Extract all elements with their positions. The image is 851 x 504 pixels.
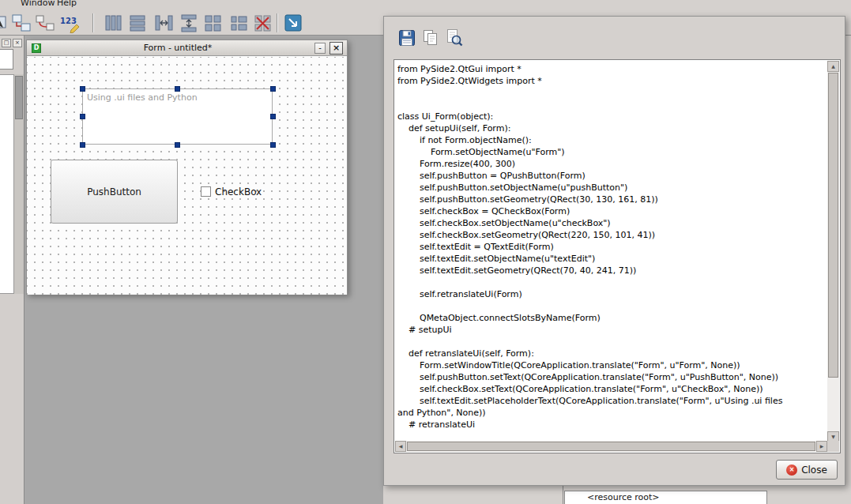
scroll-right-button[interactable]: ▶	[816, 441, 827, 452]
preview-button[interactable]	[444, 28, 465, 48]
code-line: self.checkBox.setText(QCoreApplication.t…	[397, 384, 824, 396]
edit-widgets-icon	[0, 13, 10, 33]
layout-vertical-icon	[127, 13, 148, 33]
edit-widgets-button[interactable]	[0, 12, 11, 34]
edit-tab-order-icon: 123	[58, 13, 82, 33]
resource-root-item[interactable]: <resource root>	[564, 491, 767, 504]
form-window-icon: D	[32, 43, 41, 53]
checkbox-label: CheckBox	[215, 186, 262, 197]
form-window-titlebar[interactable]: D Form - untitled* - ×	[27, 40, 347, 56]
form-canvas[interactable]: Using .ui files and Python PushButton Ch…	[27, 57, 347, 295]
checkbox-indicator[interactable]	[201, 186, 211, 197]
form-minimize-button[interactable]: -	[314, 43, 326, 54]
edit-signals-slots-icon	[11, 13, 32, 33]
code-line: self.checkBox.setObjectName(u"checkBox")	[397, 218, 824, 230]
code-line: if not Form.objectName():	[397, 135, 824, 147]
toolbar-separator	[277, 13, 278, 32]
code-line: Form.setWindowTitle(QCoreApplication.tra…	[397, 360, 824, 372]
selection-handle[interactable]	[270, 142, 276, 148]
selection-handle[interactable]	[80, 114, 85, 119]
code-line: self.pushButton.setObjectName(u"pushButt…	[397, 182, 824, 194]
widget-list[interactable]	[0, 74, 14, 294]
code-line: self.checkBox = QCheckBox(Form)	[397, 206, 824, 218]
selection-handle[interactable]	[80, 86, 85, 92]
scroll-up-button[interactable]: ▲	[827, 61, 839, 72]
close-dialog-button[interactable]: × Close	[776, 460, 838, 480]
right-dock-strip	[845, 36, 851, 504]
code-line: def setupUi(self, Form):	[397, 123, 824, 135]
layout-horizontal-splitter-button[interactable]	[153, 12, 175, 34]
horizontal-scrollbar[interactable]: ◀ ▶	[395, 441, 827, 452]
selection-handle[interactable]	[270, 86, 276, 92]
layout-vertically-button[interactable]	[126, 12, 149, 34]
code-text[interactable]: from PySide2.QtGui import *from PySide2.…	[394, 60, 827, 435]
layout-grid-button[interactable]	[201, 12, 224, 34]
code-line: self.textEdit.setObjectName(u"textEdit")	[397, 254, 824, 265]
code-line: self.pushButton.setText(QCoreApplication…	[397, 372, 824, 384]
copy-button[interactable]	[420, 28, 441, 48]
selection-handle[interactable]	[80, 142, 85, 148]
menu-help[interactable]: Help	[57, 0, 77, 7]
toolbar-separator	[92, 13, 94, 32]
scrollbar-thumb[interactable]	[828, 73, 838, 378]
code-line: self.textEdit.setGeometry(QRect(70, 40, …	[397, 265, 824, 277]
dock-close-button[interactable]: ×	[13, 39, 22, 47]
widget-filter-input[interactable]	[0, 49, 13, 70]
layout-vertical-splitter-button[interactable]	[178, 12, 200, 34]
code-line: self.pushButton = QPushButton(Form)	[397, 171, 824, 182]
edit-buddies-button[interactable]	[34, 12, 56, 34]
layout-form-button[interactable]	[228, 12, 250, 34]
magnifier-icon	[445, 28, 464, 47]
scrollbar-thumb[interactable]	[15, 76, 23, 119]
selection-handle[interactable]	[175, 86, 180, 92]
widget-list-scrollbar[interactable]	[14, 74, 24, 294]
code-line: class Ui_Form(object):	[397, 111, 824, 123]
edit-tab-order-button[interactable]: 123	[58, 12, 83, 34]
menubar: Window Help	[0, 0, 851, 7]
checkbox-widget[interactable]: CheckBox	[201, 175, 281, 208]
selection-handle[interactable]	[175, 142, 180, 148]
code-line	[397, 88, 824, 100]
code-line: # retranslateUi	[397, 419, 824, 431]
code-line: # setupUi	[397, 325, 824, 337]
code-line	[397, 100, 824, 111]
form-window-title: Form - untitled*	[41, 43, 314, 53]
code-line: self.textEdit.setPlaceholderText(QCoreAp…	[397, 396, 824, 408]
close-icon: ×	[786, 465, 797, 476]
form-close-button[interactable]: ×	[329, 42, 343, 55]
tab-order-label: 123	[60, 17, 77, 25]
code-line: self.checkBox.setGeometry(QRect(220, 150…	[397, 230, 824, 242]
code-line: QMetaObject.connectSlotsByName(Form)	[397, 313, 824, 325]
selection-handle[interactable]	[270, 114, 276, 119]
layout-grid-icon	[202, 13, 223, 33]
save-button[interactable]	[397, 28, 417, 48]
adjust-size-icon	[283, 13, 303, 33]
code-line: self.textEdit = QTextEdit(Form)	[397, 242, 824, 254]
code-line: def retranslateUi(self, Form):	[397, 348, 824, 360]
code-line	[397, 337, 824, 348]
view-code-dialog: from PySide2.QtGui import *from PySide2.…	[383, 16, 845, 486]
edit-signals-slots-button[interactable]	[10, 12, 32, 34]
scroll-left-button[interactable]: ◀	[395, 441, 406, 452]
scrollbar-thumb[interactable]	[407, 442, 815, 451]
break-layout-button[interactable]	[251, 12, 273, 34]
layout-horizontal-icon	[103, 13, 123, 33]
dock-float-button[interactable]: □	[2, 39, 11, 47]
adjust-size-button[interactable]	[282, 12, 304, 34]
code-line: and Python", None))	[397, 408, 824, 419]
layout-form-icon	[228, 13, 249, 33]
textedit-widget[interactable]: Using .ui files and Python	[82, 88, 273, 145]
code-line	[397, 301, 824, 313]
pushbutton-widget[interactable]: PushButton	[51, 160, 178, 224]
close-button-label: Close	[801, 465, 827, 476]
code-line: from PySide2.QtGui import *	[397, 64, 824, 76]
code-line: from PySide2.QtWidgets import *	[397, 76, 824, 88]
layout-horizontally-button[interactable]	[102, 12, 124, 34]
edit-buddies-icon	[35, 13, 55, 33]
widget-box-dock: □ ×	[0, 36, 24, 504]
splitter-vertical-icon	[179, 13, 199, 33]
vertical-scrollbar[interactable]: ▲ ▼	[827, 61, 839, 442]
break-layout-icon	[252, 13, 273, 33]
menu-window[interactable]: Window	[21, 0, 55, 7]
code-view[interactable]: from PySide2.QtGui import *from PySide2.…	[393, 59, 841, 453]
